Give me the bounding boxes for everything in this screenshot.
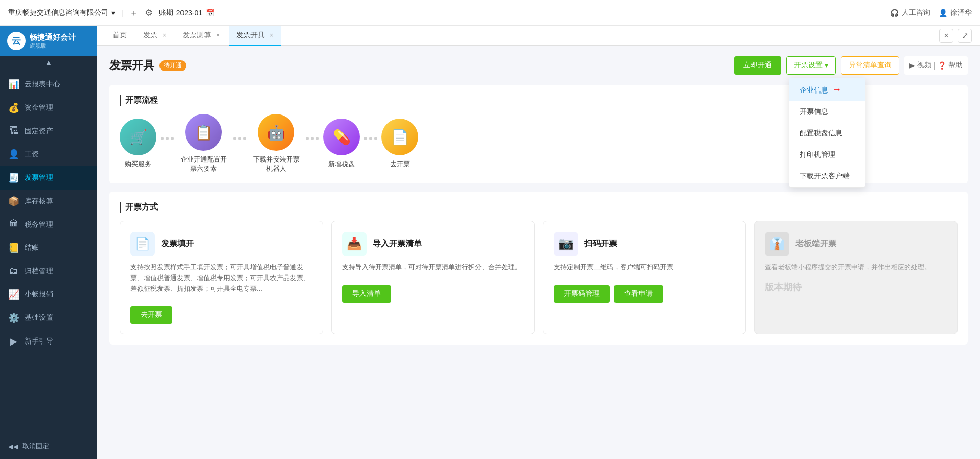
guide-icon: ▶ xyxy=(8,336,19,347)
manual-icon: 📄 xyxy=(130,232,155,256)
account-period: 账期 2023-01 📅 xyxy=(159,8,214,17)
method-card-manual: 📄 发票填开 支持按照发票样式手工填开发票；可开具增值税电子普通发票、增值税普通… xyxy=(120,221,323,334)
add-button[interactable]: ＋ xyxy=(129,7,139,19)
tab-invoice-test[interactable]: 发票测算 × xyxy=(175,26,227,46)
tab-maximize-btn[interactable]: ⤢ xyxy=(958,29,972,43)
boss-icon: 👔 xyxy=(765,232,789,256)
overlay-text: 版本期待 xyxy=(765,281,947,293)
tax-icon: 🏛 xyxy=(8,219,19,230)
sidebar-footer: ◀◀ 取消固定 xyxy=(0,433,97,459)
dropdown-company-info[interactable]: 企业信息 → xyxy=(789,78,865,101)
tab-invoice-issue[interactable]: 发票开具 × xyxy=(229,26,281,46)
dropdown-tax-disk[interactable]: 配置税盘信息 xyxy=(789,123,865,144)
sidebar-item-tax[interactable]: 🏛 税务管理 xyxy=(0,213,97,236)
assets-icon: 🏗 xyxy=(8,126,19,136)
dropdown-invoice-info[interactable]: 开票信息 xyxy=(789,101,865,123)
top-bar-right: 🎧 人工咨询 👤 徐泽华 xyxy=(890,8,972,17)
accounting-icon: 📒 xyxy=(8,242,19,254)
consult-btn[interactable]: 🎧 人工咨询 xyxy=(890,8,930,17)
pin-icon: ◀◀ xyxy=(8,443,18,450)
sidebar-item-report[interactable]: 📈 小畅报销 xyxy=(0,283,97,306)
scan-icon: 📷 xyxy=(554,232,578,256)
settings-sidebar-icon: ⚙️ xyxy=(8,312,19,324)
tab-bar-right: × ⤢ xyxy=(939,29,972,43)
step-connector-1 xyxy=(156,137,178,140)
method-cards: 📄 发票填开 支持按照发票样式手工填开发票；可开具增值税电子普通发票、增值税普通… xyxy=(120,221,958,334)
sidebar-item-cloud-report[interactable]: 📊 云报表中心 xyxy=(0,73,97,96)
header-buttons: 立即开通 开票设置 ▾ 异常清单查询 ▶ 视频 | ❓ 帮助 xyxy=(734,56,968,75)
settings-btn[interactable]: 开票设置 ▾ xyxy=(786,56,836,75)
view-apply-btn[interactable]: 查看申请 xyxy=(614,285,663,303)
page-content: 发票开具 待开通 立即开通 开票设置 ▾ 异常清单查询 ▶ 视频 | ❓ xyxy=(97,46,980,459)
page-title: 发票开具 xyxy=(109,58,154,73)
sidebar-item-payroll[interactable]: 👤 工资 xyxy=(0,143,97,166)
sidebar-item-funds[interactable]: 💰 资金管理 xyxy=(0,96,97,120)
arrow-icon: → xyxy=(832,84,841,95)
step-download-circle: 🤖 xyxy=(258,114,294,151)
logo-icon: 云 xyxy=(7,32,26,50)
method-card-manual-header: 📄 发票填开 xyxy=(130,232,312,256)
tab-invoice-close[interactable]: × xyxy=(163,32,166,39)
sidebar-item-guide[interactable]: ▶ 新手引导 xyxy=(0,330,97,353)
sidebar-item-archive[interactable]: 🗂 归档管理 xyxy=(0,260,97,283)
sidebar-item-inventory[interactable]: 📦 库存核算 xyxy=(0,190,97,213)
page-header: 发票开具 待开通 立即开通 开票设置 ▾ 异常清单查询 ▶ 视频 | ❓ xyxy=(109,56,968,75)
method-card-import-header: 📥 导入开票清单 xyxy=(342,232,524,256)
method-card-boss: 👔 老板端开票 查看老板端小程序提交的开票申请，并作出相应的处理。 版本期待 xyxy=(754,221,958,334)
flow-step-disk: 💊 新增税盘 xyxy=(323,119,360,169)
step-config-circle: 📋 xyxy=(185,114,222,151)
activate-btn[interactable]: 立即开通 xyxy=(734,56,781,75)
flow-step-config: 📋 企业开通配置开票六要素 xyxy=(178,114,229,173)
tab-invoice-test-close[interactable]: × xyxy=(216,32,220,39)
method-card-import: 📥 导入开票清单 支持导入待开票清单，可对待开票清单进行拆分、合并处理。 导入清… xyxy=(331,221,535,334)
page-title-area: 发票开具 待开通 xyxy=(109,58,186,73)
calendar-icon[interactable]: 📅 xyxy=(206,9,214,17)
settings-dropdown: 企业信息 → 开票信息 配置税盘信息 打印机管理 下 xyxy=(789,78,865,188)
chart-icon: 📊 xyxy=(8,79,19,90)
flow-step-buy: 🛒 购买服务 xyxy=(120,119,156,169)
report-icon: 📈 xyxy=(8,289,19,300)
chevron-down-icon: ▾ xyxy=(111,9,115,17)
logo-text-area: 畅捷通好会计 旗舰版 xyxy=(30,33,76,50)
divider: | xyxy=(121,9,123,17)
archive-icon: 🗂 xyxy=(8,266,19,277)
sidebar: 云 畅捷通好会计 旗舰版 ▲ 📊 云报表中心 💰 资金管理 🏗 固定资产 xyxy=(0,26,97,459)
tab-close-btn[interactable]: × xyxy=(939,29,953,43)
sidebar-item-settings[interactable]: ⚙️ 基础设置 xyxy=(0,306,97,330)
company-selector[interactable]: 重庆畅捷交通信息咨询有限公司 ▾ xyxy=(8,8,115,17)
method-card-scan: 📷 扫码开票 支持定制开票二维码，客户端可扫码开票 开票码管理 查看申请 xyxy=(543,221,746,334)
step-issue-circle: 📄 xyxy=(381,119,418,155)
sidebar-items: 📊 云报表中心 💰 资金管理 🏗 固定资产 👤 工资 🧾 发票管理 📦 xyxy=(0,68,97,433)
avatar-icon: 👤 xyxy=(939,9,947,17)
sidebar-item-accounting[interactable]: 📒 结账 xyxy=(0,236,97,260)
sidebar-item-invoice[interactable]: 🧾 发票管理 xyxy=(0,166,97,190)
import-icon: 📥 xyxy=(342,232,367,256)
tab-invoice-issue-close[interactable]: × xyxy=(270,32,274,39)
question-icon: ❓ xyxy=(938,61,946,70)
sidebar-logo: 云 畅捷通好会计 旗舰版 xyxy=(0,26,97,56)
dropdown-download-client[interactable]: 下载开票客户端 xyxy=(789,166,865,187)
go-invoice-btn[interactable]: 去开票 xyxy=(130,306,172,324)
sidebar-item-fixed-assets[interactable]: 🏗 固定资产 xyxy=(0,120,97,143)
step-disk-circle: 💊 xyxy=(323,119,360,155)
dropdown-printer[interactable]: 打印机管理 xyxy=(789,144,865,166)
method-card-boss-header: 👔 老板端开票 xyxy=(765,232,947,256)
settings-icon[interactable]: ⚙ xyxy=(145,7,153,18)
anomaly-btn[interactable]: 异常清单查询 xyxy=(841,56,899,75)
step-connector-3 xyxy=(302,137,323,140)
play-icon: ▶ xyxy=(909,61,915,70)
method-card-scan-header: 📷 扫码开票 xyxy=(554,232,736,256)
chevron-down-icon: ▾ xyxy=(825,61,828,70)
tab-invoice[interactable]: 发票 × xyxy=(136,26,173,46)
top-bar: 重庆畅捷交通信息咨询有限公司 ▾ | ＋ ⚙ 账期 2023-01 📅 🎧 人工… xyxy=(0,0,980,26)
step-buy-circle: 🛒 xyxy=(120,119,156,155)
method-section: 开票方式 📄 发票填开 支持按照发票样式手工填开发票；可开具增值税电子普通发票、… xyxy=(109,192,968,345)
qr-manage-btn[interactable]: 开票码管理 xyxy=(554,285,610,303)
user-profile[interactable]: 👤 徐泽华 xyxy=(939,8,972,17)
funds-icon: 💰 xyxy=(8,102,19,113)
payroll-icon: 👤 xyxy=(8,149,19,160)
tab-home[interactable]: 首页 xyxy=(105,26,134,46)
import-list-btn[interactable]: 导入清单 xyxy=(342,285,391,303)
unpin-btn[interactable]: ◀◀ 取消固定 xyxy=(8,439,89,454)
scroll-up-btn[interactable]: ▲ xyxy=(0,56,97,68)
